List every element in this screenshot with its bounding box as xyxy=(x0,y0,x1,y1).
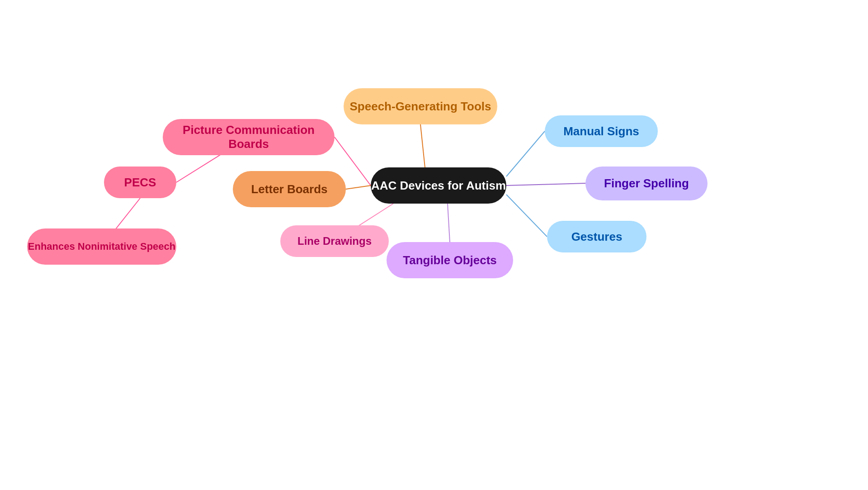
line-drawings-label: Line Drawings xyxy=(297,235,372,247)
svg-line-4 xyxy=(346,186,371,189)
manual-signs-node[interactable]: Manual Signs xyxy=(545,115,658,147)
finger-spelling-label: Finger Spelling xyxy=(604,176,689,190)
svg-line-9 xyxy=(506,195,547,237)
svg-line-7 xyxy=(506,131,545,176)
enhances-label: Enhances Nonimitative Speech xyxy=(28,241,175,252)
tangible-node[interactable]: Tangible Objects xyxy=(387,242,513,278)
svg-line-3 xyxy=(420,124,425,167)
line-drawings-node[interactable]: Line Drawings xyxy=(280,225,389,257)
pecs-node[interactable]: PECS xyxy=(104,167,176,198)
center-node-label: AAC Devices for Autism xyxy=(371,179,506,193)
pecs-label: PECS xyxy=(124,176,156,190)
gestures-node[interactable]: Gestures xyxy=(547,221,646,252)
gestures-label: Gestures xyxy=(571,230,623,244)
center-node[interactable]: AAC Devices for Autism xyxy=(371,167,506,204)
manual-signs-label: Manual Signs xyxy=(563,124,639,138)
letter-boards-node[interactable]: Letter Boards xyxy=(233,171,346,207)
picture-comm-label: Picture Communication Boards xyxy=(163,123,335,151)
svg-line-8 xyxy=(506,183,585,186)
enhances-node[interactable]: Enhances Nonimitative Speech xyxy=(27,228,176,265)
speech-gen-label: Speech-Generating Tools xyxy=(349,100,491,114)
tangible-label: Tangible Objects xyxy=(403,253,497,267)
letter-boards-label: Letter Boards xyxy=(251,182,327,196)
finger-spelling-node[interactable]: Finger Spelling xyxy=(585,167,708,200)
speech-gen-node[interactable]: Speech-Generating Tools xyxy=(344,88,497,124)
svg-line-6 xyxy=(448,204,450,242)
picture-comm-node[interactable]: Picture Communication Boards xyxy=(163,119,335,155)
